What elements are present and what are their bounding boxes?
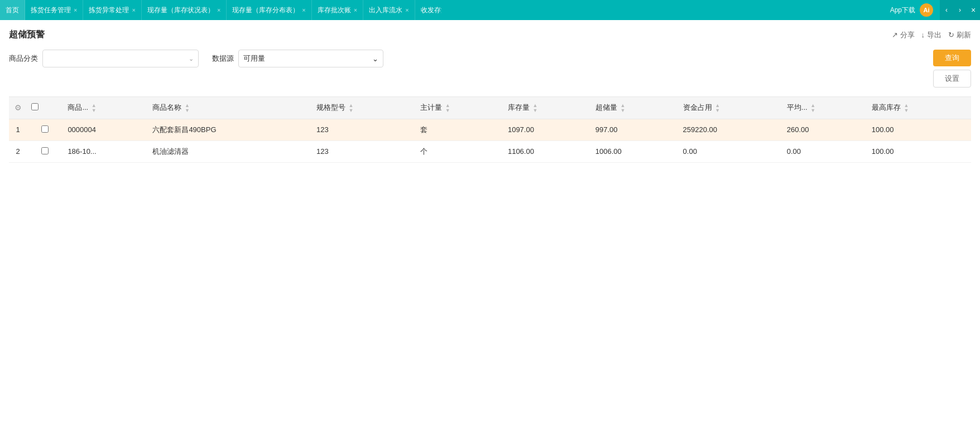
- over-qty-sort-icon: ▲▼: [620, 103, 625, 113]
- main-content: 超储预警 ↗ 分享 ↓ 导出 ↻ 刷新 商品分类 ⌄: [0, 20, 980, 446]
- stock_qty-cell-1: 1106.00: [503, 140, 591, 162]
- share-icon: ↗: [892, 31, 898, 39]
- nav-close-batch[interactable]: ×: [354, 7, 357, 13]
- checkbox-col-header: [27, 97, 63, 119]
- datasource-filter: 数据源 可用量 ⌄: [212, 50, 383, 67]
- datasource-chevron-icon: ⌄: [372, 55, 378, 63]
- category-chevron-icon: ⌄: [189, 55, 194, 62]
- avg-cell-1: 0.00: [782, 140, 867, 162]
- fund-occ-col-header[interactable]: 资金占用 ▲▼: [679, 97, 782, 119]
- spec-cell-0: 123: [312, 119, 416, 140]
- spec-col-header[interactable]: 规格型号 ▲▼: [312, 97, 416, 119]
- nav-close-arrow[interactable]: ×: [967, 0, 980, 20]
- query-button[interactable]: 查询: [933, 50, 971, 66]
- product-name-sort-icon: ▲▼: [185, 103, 190, 113]
- table-row: 2186-10...机油滤清器123个1106.001006.000.000.0…: [9, 140, 971, 162]
- nav-close-inventory-status[interactable]: ×: [217, 7, 220, 13]
- unit-cell-0: 套: [416, 119, 503, 140]
- nav-item-label-inventory-status: 现存量（库存状况表）: [147, 6, 214, 15]
- avg-col-header[interactable]: 平均... ▲▼: [782, 97, 867, 119]
- category-filter: 商品分类 ⌄: [9, 50, 199, 67]
- gear-icon[interactable]: ⚙: [15, 103, 22, 112]
- nav-item-task-mgmt[interactable]: 拣货任务管理×: [25, 0, 83, 20]
- stock-qty-sort-icon: ▲▼: [533, 103, 538, 113]
- header-actions: ↗ 分享 ↓ 导出 ↻ 刷新: [892, 30, 972, 40]
- max_stock-cell-1: 100.00: [867, 140, 971, 162]
- unit-cell-1: 个: [416, 140, 503, 162]
- avg-sort-icon: ▲▼: [810, 103, 815, 113]
- max_stock-cell-0: 100.00: [867, 119, 971, 140]
- row-num-0: 1: [9, 119, 27, 140]
- select-all-checkbox[interactable]: [31, 103, 39, 110]
- page-header: 超储预警 ↗ 分享 ↓ 导出 ↻ 刷新: [9, 29, 971, 41]
- nav-item-inout-flow[interactable]: 出入库流水×: [363, 0, 415, 20]
- table-row: 10000004六配套新昌490BPG123套1097.00997.002592…: [9, 119, 971, 140]
- max-stock-sort-icon: ▲▼: [904, 103, 909, 113]
- nav-close-inventory-dist[interactable]: ×: [302, 7, 305, 13]
- nav-item-label-task-mgmt: 拣货任务管理: [31, 6, 71, 15]
- nav-left-arrow[interactable]: ‹: [940, 0, 953, 20]
- nav-close-inout-flow[interactable]: ×: [405, 7, 409, 13]
- set-button[interactable]: 设置: [933, 70, 971, 88]
- avatar[interactable]: Ai: [920, 3, 933, 17]
- product-name-col-header[interactable]: 商品名称 ▲▼: [148, 97, 312, 119]
- row-checkbox-cell-0: [27, 119, 63, 140]
- datasource-label: 数据源: [212, 54, 234, 64]
- nav-item-batch[interactable]: 库存批次账×: [312, 0, 363, 20]
- datasource-select[interactable]: 可用量 ⌄: [238, 50, 383, 67]
- nav-item-label-inout-flow: 出入库流水: [369, 6, 402, 15]
- spec-sort-icon: ▲▼: [349, 103, 354, 113]
- settings-col-header[interactable]: ⚙: [9, 97, 27, 119]
- nav-close-exception[interactable]: ×: [132, 7, 135, 13]
- refresh-icon: ↻: [948, 31, 954, 39]
- row-checkbox-1[interactable]: [41, 147, 49, 154]
- table-body: 10000004六配套新昌490BPG123套1097.00997.002592…: [9, 119, 971, 162]
- nav-item-receive-send[interactable]: 收发存汇总表×: [415, 0, 442, 20]
- fund-occ-sort-icon: ▲▼: [715, 103, 720, 113]
- refresh-label: 刷新: [957, 30, 971, 40]
- over_qty-cell-1: 1006.00: [591, 140, 679, 162]
- row-checkbox-cell-1: [27, 140, 63, 162]
- nav-item-label-inventory-dist: 现存量（库存分布表）: [232, 6, 299, 15]
- product-code-col-header[interactable]: 商品... ▲▼: [63, 97, 148, 119]
- product_name-cell-0: 六配套新昌490BPG: [148, 119, 312, 140]
- max-stock-col-header[interactable]: 最高库存 ▲▼: [867, 97, 971, 119]
- row-num-1: 2: [9, 140, 27, 162]
- stock-qty-col-header[interactable]: 库存量 ▲▼: [503, 97, 591, 119]
- datasource-value: 可用量: [243, 54, 265, 64]
- nav-close-task-mgmt[interactable]: ×: [74, 7, 77, 13]
- nav-item-inventory-dist[interactable]: 现存量（库存分布表）×: [227, 0, 311, 20]
- share-button[interactable]: ↗ 分享: [892, 30, 915, 40]
- fund_occ-cell-1: 0.00: [679, 140, 782, 162]
- table-header: ⚙ 商品... ▲▼ 商品名称 ▲▼ 规格型号 ▲▼ 主计: [9, 97, 971, 119]
- nav-item-label-home: 首页: [6, 6, 19, 15]
- page-title: 超储预警: [9, 29, 45, 41]
- stock_qty-cell-0: 1097.00: [503, 119, 591, 140]
- over-qty-col-header[interactable]: 超储量 ▲▼: [591, 97, 679, 119]
- spec-cell-1: 123: [312, 140, 416, 162]
- data-table: ⚙ 商品... ▲▼ 商品名称 ▲▼ 规格型号 ▲▼ 主计: [9, 96, 971, 163]
- nav-item-label-receive-send: 收发存汇总表: [421, 6, 442, 15]
- nav-item-inventory-status[interactable]: 现存量（库存状况表）×: [142, 0, 227, 20]
- nav-right-arrow[interactable]: ›: [953, 0, 967, 20]
- product-code-sort-icon: ▲▼: [92, 103, 97, 113]
- unit-col-header[interactable]: 主计量 ▲▼: [416, 97, 503, 119]
- export-button[interactable]: ↓ 导出: [921, 30, 942, 40]
- fund_occ-cell-0: 259220.00: [679, 119, 782, 140]
- nav-item-exception[interactable]: 拣货异常处理×: [83, 0, 141, 20]
- product_code-cell-0: 0000004: [63, 119, 148, 140]
- export-icon: ↓: [921, 31, 925, 39]
- product_name-cell-1: 机油滤清器: [148, 140, 312, 162]
- product_code-cell-1: 186-10...: [63, 140, 148, 162]
- category-label: 商品分类: [9, 54, 38, 64]
- avg-cell-0: 260.00: [782, 119, 867, 140]
- nav-item-label-batch: 库存批次账: [318, 6, 351, 15]
- over_qty-cell-0: 997.00: [591, 119, 679, 140]
- nav-item-home[interactable]: 首页: [0, 0, 25, 20]
- row-checkbox-0[interactable]: [41, 125, 49, 133]
- nav-item-label-exception: 拣货异常处理: [89, 6, 129, 15]
- category-select[interactable]: ⌄: [42, 50, 199, 67]
- refresh-button[interactable]: ↻ 刷新: [948, 30, 971, 40]
- export-label: 导出: [927, 30, 941, 40]
- share-label: 分享: [900, 30, 915, 40]
